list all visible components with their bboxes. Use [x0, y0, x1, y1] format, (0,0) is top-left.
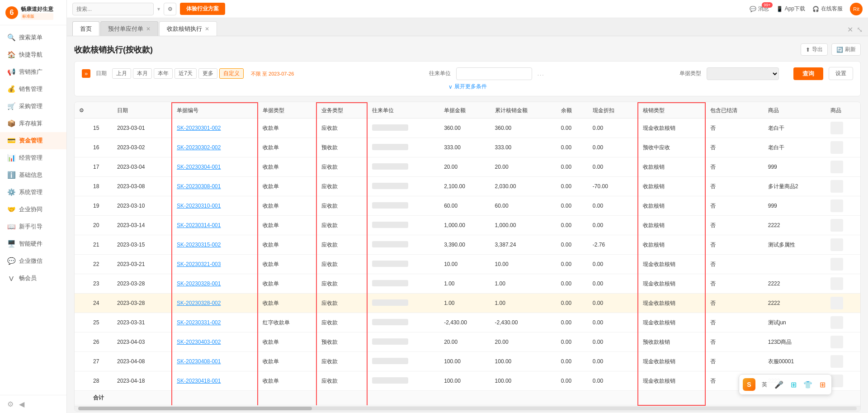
export-button[interactable]: ⬆ 导出 [801, 43, 828, 56]
sidebar-item-guide[interactable]: 📖新手引导 [0, 218, 66, 235]
sidebar-item-system[interactable]: ⚙️系统管理 [0, 184, 66, 201]
sidebar-item-enterprise[interactable]: 🤝企业协同 [0, 201, 66, 218]
voucher-no-link[interactable]: SK-20230314-001 [177, 222, 221, 228]
cell-settings [75, 216, 89, 235]
query-button[interactable]: 查询 [793, 67, 823, 80]
date-btn-7days[interactable]: 近7天 [175, 68, 197, 79]
page-header-actions: ⬆ 导出 🔄 刷新 [801, 43, 861, 56]
cell-balance: 0.00 [557, 196, 588, 216]
cell-voucher-no: SK-20230304-001 [172, 157, 258, 177]
tab-close-all-icon[interactable]: ✕ [847, 25, 853, 34]
sidebar-item-sales[interactable]: 💰销售管理 [0, 81, 66, 98]
tab-prepay-close[interactable]: ✕ [146, 26, 151, 32]
float-icon-apps[interactable]: ⊞ [817, 379, 828, 390]
cell-accum-cancel: 10.00 [491, 255, 557, 274]
cell-voucher-no: SK-20230321-003 [172, 255, 258, 274]
voucher-type-select[interactable] [707, 67, 779, 80]
float-icon-grid[interactable]: ⊞ [788, 379, 799, 390]
voucher-no-link[interactable]: SK-20230328-001 [177, 280, 221, 287]
sidebar-item-wechat[interactable]: 💬企业微信 [0, 252, 66, 270]
sidebar-item-finance[interactable]: 💳资金管理 [0, 132, 66, 149]
cell-biz-type: 应收款 [316, 274, 367, 294]
user-avatar[interactable]: Rit [850, 3, 863, 15]
col-voucher-type-header: 单据类型 [258, 103, 316, 119]
topbar-gear-button[interactable]: ⚙ [164, 3, 176, 15]
refresh-button[interactable]: 🔄 刷新 [831, 43, 861, 56]
tab-home[interactable]: 首页 [72, 21, 99, 36]
tab-collection[interactable]: 收款核销执行 ✕ [159, 21, 217, 36]
cell-date: 2023-03-21 [113, 255, 172, 274]
cell-accum-cancel: 2,030.00 [491, 177, 557, 196]
sidebar-label-inventory: 库存核算 [19, 119, 42, 128]
voucher-no-link[interactable]: SK-20230403-002 [177, 339, 221, 345]
cell-cash-discount: 0.00 [588, 313, 638, 332]
voucher-no-link[interactable]: SK-20230331-002 [177, 319, 221, 326]
col-settings[interactable]: ⚙ [75, 103, 89, 119]
cell-voucher-no: SK-20230315-002 [172, 235, 258, 255]
app-download-button[interactable]: 📱 App下载 [776, 5, 805, 13]
online-service-button[interactable]: 🎧 在线客服 [812, 5, 843, 13]
cell-settings [75, 274, 89, 294]
float-icon-text[interactable]: 英 [759, 379, 770, 390]
topbar-search-input[interactable] [72, 3, 154, 15]
sidebar-icon-inventory: 📦 [7, 119, 15, 128]
sidebar-item-member[interactable]: V畅会员 [0, 270, 66, 287]
cell-biz-type: 应收款 [316, 157, 367, 177]
voucher-no-link[interactable]: SK-20230408-001 [177, 358, 221, 365]
voucher-no-link[interactable]: SK-20230310-001 [177, 203, 221, 209]
table-row: 22 2023-03-21 SK-20230321-003 收款单 应收款 10… [75, 255, 860, 274]
sidebar-item-operations[interactable]: 📊经营管理 [0, 149, 66, 166]
date-btn-custom[interactable]: 自定义 [219, 68, 244, 79]
voucher-no-link[interactable]: SK-20230418-001 [177, 378, 221, 384]
cell-product-img [826, 313, 860, 332]
sidebar-item-hardware[interactable]: 🖥️智能硬件 [0, 235, 66, 252]
voucher-no-link[interactable]: SK-20230308-001 [177, 183, 221, 190]
sidebar-item-basics[interactable]: ℹ️基础信息 [0, 166, 66, 184]
cell-no: 17 [89, 157, 113, 177]
cell-balance: 0.00 [557, 332, 588, 352]
industry-plan-button[interactable]: 体验行业方案 [180, 3, 225, 15]
collapse-footer-icon[interactable]: ◀ [19, 400, 24, 408]
cell-cash-discount: 0.00 [588, 196, 638, 216]
partner-filter-input[interactable] [456, 67, 532, 80]
date-btn-last-month[interactable]: 上月 [112, 68, 131, 79]
horizontal-scrollbar[interactable] [78, 407, 857, 410]
voucher-no-link[interactable]: SK-20230302-002 [177, 144, 221, 151]
cell-date: 2023-04-18 [113, 371, 172, 391]
date-btn-this-year[interactable]: 本年 [154, 68, 173, 79]
sidebar-label-purchase: 采购管理 [19, 102, 42, 110]
cell-product-img [826, 216, 860, 235]
date-btn-more[interactable]: 更多 [198, 68, 217, 79]
date-btn-this-month[interactable]: 本月 [133, 68, 152, 79]
filter-collapse-btn[interactable]: » [82, 69, 90, 78]
total-discount-cell [588, 391, 638, 405]
voucher-no-link[interactable]: SK-20230315-002 [177, 242, 221, 248]
cell-product-img [826, 294, 860, 313]
cell-voucher-no: SK-20230328-001 [172, 274, 258, 294]
tab-collection-close[interactable]: ✕ [205, 26, 209, 32]
sidebar-item-quicknav[interactable]: 🏠快捷导航 [0, 46, 66, 63]
sidebar-item-marketing[interactable]: 📢营销推广 [0, 63, 66, 81]
cell-product-img [826, 177, 860, 196]
voucher-no-link[interactable]: SK-20230301-002 [177, 125, 221, 131]
col-include-settled-header: 包含已结清 [705, 103, 764, 119]
sidebar-item-inventory[interactable]: 📦库存核算 [0, 115, 66, 132]
voucher-no-link[interactable]: SK-20230304-001 [177, 164, 221, 170]
cell-balance: 0.00 [557, 371, 588, 391]
cell-partner [367, 196, 440, 216]
sidebar-item-purchase[interactable]: 🛒采购管理 [0, 98, 66, 115]
expand-more-conditions[interactable]: ∨ 展开更多条件 [82, 83, 853, 90]
voucher-no-link[interactable]: SK-20230321-003 [177, 261, 221, 267]
voucher-no-link[interactable]: SK-20230328-002 [177, 300, 221, 306]
tab-expand-icon[interactable]: ⤡ [857, 25, 863, 34]
filter-settings-button[interactable]: 设置 [829, 67, 853, 80]
float-icon-shirt[interactable]: 👕 [802, 379, 813, 390]
cell-product: 测试多属性 [764, 235, 826, 255]
cell-cash-discount: -70.00 [588, 177, 638, 196]
sidebar-item-search[interactable]: 🔍搜索菜单 [0, 29, 66, 46]
cell-cash-discount: 0.00 [588, 138, 638, 157]
float-icon-mic[interactable]: 🎤 [774, 379, 784, 390]
tab-prepay[interactable]: 预付单应付单 ✕ [100, 21, 158, 36]
settings-footer-icon[interactable]: ⚙ [7, 400, 14, 408]
notification-button[interactable]: 💬 消息 99+ [750, 5, 769, 13]
